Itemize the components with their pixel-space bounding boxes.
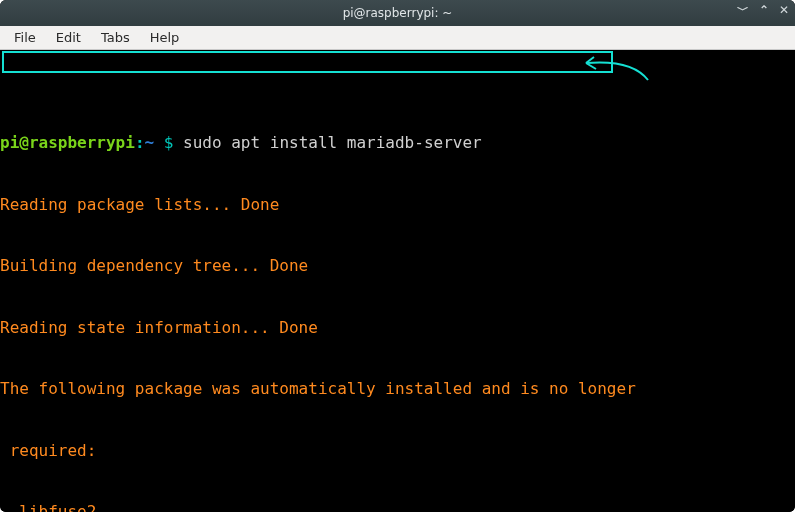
menu-file[interactable]: File (6, 28, 44, 47)
terminal-area[interactable]: pi@raspberrypi:~ $ sudo apt install mari… (0, 50, 795, 512)
prompt-at: @ (19, 133, 29, 152)
output-line: Reading package lists... Done (0, 195, 795, 216)
terminal-window: pi@raspberrypi: ~ ﹀ ⌃ ✕ File Edit Tabs H… (0, 0, 795, 512)
menu-tabs[interactable]: Tabs (93, 28, 138, 47)
prompt-user: pi (0, 133, 19, 152)
prompt-path: ~ (145, 133, 155, 152)
menubar: File Edit Tabs Help (0, 26, 795, 50)
maximize-button[interactable]: ⌃ (759, 4, 769, 16)
annotation-highlight-box (2, 51, 613, 73)
output-line: Building dependency tree... Done (0, 256, 795, 277)
annotation-arrow-icon (580, 55, 650, 85)
prompt-sigil: $ (154, 133, 183, 152)
menu-edit[interactable]: Edit (48, 28, 89, 47)
close-button[interactable]: ✕ (779, 4, 789, 16)
window-title: pi@raspberrypi: ~ (0, 6, 795, 20)
prompt-sep: : (135, 133, 145, 152)
menu-help[interactable]: Help (142, 28, 188, 47)
output-line: libfuse2 (0, 502, 795, 512)
prompt-line: pi@raspberrypi:~ $ sudo apt install mari… (0, 133, 795, 154)
prompt-host: raspberrypi (29, 133, 135, 152)
minimize-button[interactable]: ﹀ (737, 4, 749, 16)
output-line: required: (0, 441, 795, 462)
titlebar[interactable]: pi@raspberrypi: ~ ﹀ ⌃ ✕ (0, 0, 795, 26)
output-line: The following package was automatically … (0, 379, 795, 400)
window-controls: ﹀ ⌃ ✕ (737, 4, 789, 16)
output-line: Reading state information... Done (0, 318, 795, 339)
command-text: sudo apt install mariadb-server (183, 133, 482, 152)
